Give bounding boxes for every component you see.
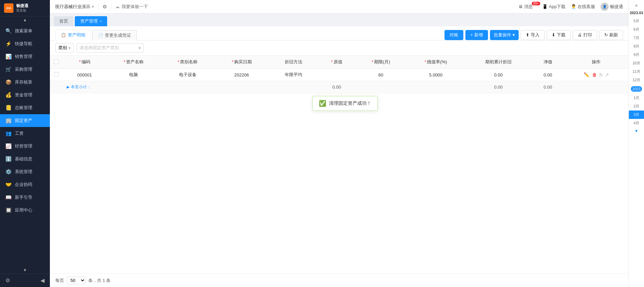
- td-category: 电子设备: [160, 69, 214, 81]
- print-label: 打印: [583, 32, 592, 38]
- avatar: 👤: [601, 3, 609, 11]
- sidebar-item-system[interactable]: ⚙️ 系统管理: [0, 165, 50, 178]
- sidebar-item-guide[interactable]: 📖 新手引导: [0, 191, 50, 204]
- category-chevron-icon: ▾: [68, 45, 71, 51]
- category-input[interactable]: 请选择固定资产类别 ▾: [76, 43, 144, 53]
- user-menu[interactable]: 👤 畅捷通: [601, 3, 623, 11]
- tab-asset-management[interactable]: 资产管理 ×: [75, 16, 107, 26]
- sidebar-item-funds[interactable]: 💰 资金管理: [0, 89, 50, 101]
- service-icon: 👨‍💼: [571, 4, 576, 9]
- th-code: *编码: [63, 56, 106, 69]
- sidebar-item-sales[interactable]: 📊 销售管理: [0, 50, 50, 63]
- subtotal-row: ▶ 本页小计： 0.00 0.00 0.00: [50, 81, 628, 93]
- sidebar-scroll-down[interactable]: ▼: [0, 267, 50, 274]
- print-button[interactable]: 🖨 打印: [573, 30, 597, 40]
- page-size-select[interactable]: 50 100 200: [67, 277, 86, 284]
- timeline-month-10[interactable]: 10月: [629, 59, 644, 67]
- category-label: 类别: [58, 45, 67, 51]
- edit-icon[interactable]: ✏️: [584, 72, 589, 77]
- td-subtotal-residual: [406, 81, 465, 93]
- sidebar-item-basic-info[interactable]: ℹ️ 基础信息: [0, 153, 50, 165]
- sidebar-item-purchase[interactable]: 🛒 采购管理: [0, 63, 50, 76]
- sidebar-nav: 🔍 搜索菜单 ⚡ 快捷导航 📊 销售管理 🛒 采购管理 📦 库存核算 💰 资金管…: [0, 23, 50, 267]
- refresh-button[interactable]: ↻ 刷新: [599, 30, 623, 40]
- timeline-month-2[interactable]: 2月: [629, 102, 644, 110]
- sidebar-item-quick-nav[interactable]: ⚡ 快捷导航: [0, 37, 50, 50]
- timeline-month-1[interactable]: 1月: [629, 94, 644, 102]
- sidebar-item-payroll[interactable]: 👥 工资: [0, 127, 50, 140]
- delete-icon[interactable]: 🗑: [592, 72, 597, 77]
- sub-tab-asset-detail[interactable]: 📋 资产明细: [55, 30, 91, 40]
- online-service-button[interactable]: 👨‍💼 在线客服: [571, 4, 595, 10]
- avatar-icon: 👤: [603, 5, 607, 8]
- settings-gear-icon[interactable]: ⚙: [102, 4, 107, 10]
- page-content: 📋 资产明细 📄 变更生成凭证 对账 + 新增 批量操作 ▾ ⬆ 导入: [50, 26, 628, 287]
- table-wrap: ✅ 清理固定资产成功！ *编码 *资产名称 *类别名称 *购买日期 折旧方法 *…: [50, 56, 628, 274]
- export-button[interactable]: ⬆ 导入: [521, 30, 545, 40]
- basic-info-icon: ℹ️: [5, 156, 11, 162]
- timeline-chevron-up[interactable]: ▲: [633, 1, 640, 9]
- table-row: 000001 电脑 电子设备 202206 年限平均 60 5.0000 0.0…: [50, 69, 628, 81]
- sidebar-item-label: 固定资产: [15, 118, 32, 124]
- category-filter[interactable]: 类别 ▾: [55, 43, 74, 53]
- collapse-icon[interactable]: ◀: [40, 277, 44, 284]
- sidebar-scroll-up[interactable]: ▲: [0, 17, 50, 23]
- timeline-month-8[interactable]: 8月: [629, 42, 644, 51]
- download-button[interactable]: ⬇ 下载: [547, 30, 571, 40]
- new-button[interactable]: + 新增: [465, 30, 488, 40]
- timeline-month-12[interactable]: 12月: [629, 76, 644, 84]
- general-ledger-icon: 📒: [5, 105, 11, 111]
- timeline-month-6[interactable]: 6月: [629, 25, 644, 34]
- refresh-label: 刷新: [609, 32, 618, 38]
- sub-tab-change-voucher[interactable]: 📄 变更生成凭证: [92, 30, 137, 40]
- sidebar-item-app-center[interactable]: 🔲 应用中心: [0, 204, 50, 217]
- timeline-month-7[interactable]: 7月: [629, 34, 644, 42]
- app-download-button[interactable]: 📱 App下载: [542, 4, 565, 10]
- experience-button[interactable]: ☁ 我要体验一下: [115, 4, 148, 10]
- sidebar-item-label: 企业协同: [15, 182, 32, 188]
- sidebar-title: 畅捷通: [16, 3, 28, 8]
- copy-icon[interactable]: ⎘: [600, 72, 602, 77]
- td-depreciation-method: 年限平均: [269, 69, 318, 81]
- per-page-label: 每页: [55, 278, 64, 284]
- sidebar-item-general-ledger[interactable]: 📒 总账管理: [0, 101, 50, 114]
- download-label: 下载: [557, 32, 565, 38]
- sidebar: AtA 畅捷通 普及版 ▲ 🔍 搜索菜单 ⚡ 快捷导航 📊 销售管理 🛒 采购管…: [0, 0, 50, 287]
- td-initial-acc-dep: 0.00: [465, 69, 531, 81]
- expand-icon[interactable]: ▶: [67, 85, 69, 89]
- message-button[interactable]: 🖥 消息 99+: [518, 4, 537, 10]
- timeline-chevron-down[interactable]: ▼: [633, 127, 640, 135]
- enterprise-icon: 🤝: [5, 182, 11, 188]
- batch-button[interactable]: 批量操作 ▾: [490, 30, 519, 40]
- sidebar-item-fixed-assets[interactable]: 🏢 固定资产: [0, 114, 50, 127]
- tab-close-icon[interactable]: ×: [100, 19, 102, 23]
- sidebar-item-label: 经营管理: [15, 143, 32, 149]
- tab-home-label: 首页: [59, 18, 68, 24]
- row-checkbox[interactable]: [54, 72, 59, 77]
- select-all-checkbox[interactable]: [54, 59, 59, 64]
- tab-home[interactable]: 首页: [54, 16, 73, 26]
- export-label: 导入: [531, 32, 540, 38]
- user-name: 畅捷通: [610, 4, 623, 10]
- sidebar-footer: ⚙ ◀: [0, 274, 50, 287]
- sub-tab-detail-label: 资产明细: [68, 32, 85, 38]
- sidebar-item-operations[interactable]: 📈 经营管理: [0, 140, 50, 153]
- th-residual-rate: *残值率(%): [406, 56, 465, 69]
- timeline-month-5[interactable]: 5月: [629, 17, 644, 25]
- timeline-month-11[interactable]: 11月: [629, 67, 644, 76]
- timeline-year-badge[interactable]: 2023: [631, 86, 642, 92]
- reconcile-button[interactable]: 对账: [444, 30, 463, 40]
- funds-icon: 💰: [5, 92, 11, 98]
- td-actions: ✏️ 🗑 ⎘ ↗: [564, 69, 628, 81]
- system-icon: ⚙️: [5, 169, 11, 175]
- timeline-month-9[interactable]: 9月: [629, 51, 644, 59]
- more-icon[interactable]: ↗: [605, 72, 609, 77]
- sidebar-item-label: 库存核算: [15, 79, 32, 85]
- timeline-month-4[interactable]: 4月: [629, 119, 644, 127]
- timeline-month-3-active[interactable]: 3月: [629, 110, 644, 119]
- sidebar-item-enterprise[interactable]: 🤝 企业协同: [0, 178, 50, 191]
- sidebar-item-inventory[interactable]: 📦 库存核算: [0, 76, 50, 89]
- sidebar-item-search[interactable]: 🔍 搜索菜单: [0, 25, 50, 37]
- settings-icon[interactable]: ⚙: [5, 277, 10, 284]
- company-selector[interactable]: 医疗器械行业演示 ▾: [55, 4, 94, 10]
